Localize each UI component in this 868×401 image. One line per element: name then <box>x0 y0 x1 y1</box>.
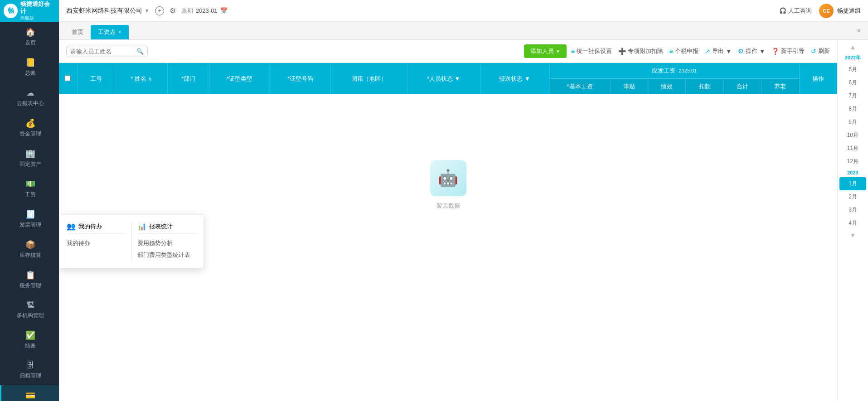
th-base-salary: *基本工资 <box>549 79 610 95</box>
sidebar-item-tax[interactable]: 📋 税务管理 <box>0 265 59 295</box>
newguide-label: 新手引导 <box>781 47 805 55</box>
month-2022-8[interactable]: 8月 <box>838 102 868 116</box>
th-submit-status: 报送状态 ▼ <box>480 63 549 94</box>
popup-todo-item[interactable]: 我的待办 <box>67 237 126 249</box>
company-select[interactable]: 西安虾米网络科技有限公司 ▼ <box>66 7 150 15</box>
add-company-button[interactable]: + <box>155 6 164 15</box>
social-settings-button[interactable]: ≡ 统一社保设置 <box>571 47 612 55</box>
month-2022-5[interactable]: 5月 <box>838 63 868 76</box>
scroll-down-icon[interactable]: ▼ <box>848 230 858 241</box>
period-section: 账期 2023-01 📅 <box>181 7 228 15</box>
operate-button[interactable]: ⚙ 操作 ▼ <box>738 47 765 55</box>
sidebar-item-assets[interactable]: 🏢 固定资产 <box>0 143 59 174</box>
sidebar-item-reports[interactable]: ☁ 云报表中心 <box>0 82 59 113</box>
empty-text: 暂无数据 <box>436 202 460 210</box>
user-name: 畅捷通组 <box>837 7 861 15</box>
newguide-button[interactable]: ❓ 新手引导 <box>771 47 805 55</box>
sidebar: 畅 畅捷通好会计 旗舰版 🏠 首页 📒 总账 ☁ 云报表中心 💰 资金管理 🏢 … <box>0 0 59 401</box>
period-label: 账期 <box>181 7 193 15</box>
refresh-label: 刷新 <box>818 47 830 55</box>
export-icon: ↗ <box>705 48 710 55</box>
payroll-table: 工号 * 姓名 ⇅ *部门 *证型类型 *证型号码 国籍（地区） *人员状态 <box>59 63 837 94</box>
close-panel-button[interactable]: × <box>850 22 868 40</box>
month-2023-3[interactable]: 3月 <box>838 203 868 217</box>
sidebar-item-payroll[interactable]: 💵 工资 <box>0 174 59 204</box>
invoice-icon: 🧾 <box>25 209 35 219</box>
tab-home-label: 首页 <box>72 28 83 36</box>
toolbar: 🔍 添加人员 ▼ ≡ 统一社保设置 ➕ 专项附加扣除 ≡ <box>59 40 837 63</box>
month-2022-9[interactable]: 9月 <box>838 116 868 129</box>
popup-report-icon: 📊 <box>137 222 146 231</box>
th-id: 工号 <box>77 63 115 94</box>
month-2022-12[interactable]: 12月 <box>838 155 868 168</box>
th-person-status: *人员状态 ▼ <box>407 63 480 94</box>
tax-icon: ≡ <box>669 48 673 55</box>
user-section: CE 畅捷通组 <box>819 4 861 18</box>
support-button[interactable]: 🎧 人工咨询 <box>779 7 812 15</box>
month-2023-1[interactable]: 1月 <box>839 177 866 190</box>
search-icon[interactable]: 🔍 <box>136 48 144 55</box>
submit-filter-icon[interactable]: ▼ <box>524 75 530 82</box>
popup-dept-item[interactable]: 部门费用类型统计表 <box>137 249 197 261</box>
add-person-dropdown-icon: ▼ <box>556 49 560 54</box>
th-allowance: 津贴 <box>610 79 648 95</box>
month-2023-2[interactable]: 2月 <box>838 190 868 203</box>
month-2023-4[interactable]: 4月 <box>838 217 868 230</box>
sidebar-item-expense[interactable]: 💳 小畅报销 <box>0 385 59 401</box>
popup-report-title: 报表统计 <box>149 222 173 231</box>
sidebar-item-finance[interactable]: 💰 资金管理 <box>0 113 59 143</box>
toolbar-actions: ≡ 统一社保设置 ➕ 专项附加扣除 ≡ 个税申报 ↗ 导出 ▼ <box>571 47 830 55</box>
month-2022-10[interactable]: 10月 <box>838 129 868 142</box>
person-status-filter-icon[interactable]: ▼ <box>455 75 461 82</box>
tax-report-button[interactable]: ≡ 个税申报 <box>669 47 698 55</box>
popup-menu: 👥 我的待办 我的待办 📊 报表统计 费用趋势分析 部门费用类型统计表 <box>59 214 204 269</box>
tab-home[interactable]: 首页 <box>64 25 91 39</box>
refresh-button[interactable]: ↺ 刷新 <box>811 47 830 55</box>
settings-icon[interactable]: ⚙ <box>170 6 176 15</box>
deduction-label: 专项附加扣除 <box>628 47 663 55</box>
expense-icon: 💳 <box>25 391 35 401</box>
export-button[interactable]: ↗ 导出 ▼ <box>705 47 732 55</box>
sidebar-item-inventory[interactable]: 📦 库存核算 <box>0 234 59 265</box>
popup-todo-icon: 👥 <box>67 222 76 231</box>
deduction-button[interactable]: ➕ 专项附加扣除 <box>618 47 663 55</box>
user-avatar: CE <box>819 4 834 18</box>
th-id-type: *证型类型 <box>209 63 270 94</box>
popup-section2-header: 📊 报表统计 <box>137 222 197 234</box>
sidebar-item-invoice[interactable]: 🧾 发票管理 <box>0 204 59 234</box>
th-deduction: 扣款 <box>686 79 723 95</box>
sidebar-label-inventory: 库存核算 <box>19 251 41 259</box>
sidebar-label-ledger: 总账 <box>25 69 36 77</box>
tab-payroll-close[interactable]: × <box>118 29 121 35</box>
scroll-up-icon[interactable]: ▲ <box>848 42 858 53</box>
top-bar-actions: 🎧 人工咨询 CE 畅捷通组 <box>779 4 861 18</box>
sidebar-item-ledger[interactable]: 📒 总账 <box>0 52 59 82</box>
social-icon: ≡ <box>571 48 575 55</box>
th-operate: 操作 <box>799 63 837 94</box>
tab-payroll[interactable]: 工资表 × <box>91 25 129 39</box>
month-2022-11[interactable]: 11月 <box>838 142 868 155</box>
th-pension: 养老 <box>761 79 799 95</box>
assets-icon: 🏢 <box>25 149 35 159</box>
calendar-icon[interactable]: 📅 <box>220 7 228 14</box>
sidebar-item-archive[interactable]: 🗄 归档管理 <box>0 355 59 385</box>
month-2022-6[interactable]: 6月 <box>838 76 868 89</box>
sidebar-item-home[interactable]: 🏠 首页 <box>0 22 59 52</box>
th-id-number: *证型号码 <box>270 63 331 94</box>
add-person-button[interactable]: 添加人员 ▼ <box>524 44 567 58</box>
sidebar-label-multi: 多机构管理 <box>17 312 44 319</box>
sort-name-icon[interactable]: ⇅ <box>148 77 152 82</box>
sidebar-label-invoice: 发票管理 <box>19 221 41 229</box>
month-2022-7[interactable]: 7月 <box>838 89 868 102</box>
month-panel: ▲ 2022年 5月 6月 7月 8月 9月 10月 11月 12月 2023 … <box>837 40 868 401</box>
popup-trend-item[interactable]: 费用趋势分析 <box>137 237 197 249</box>
search-input[interactable] <box>70 48 134 55</box>
select-all-checkbox[interactable] <box>65 75 71 81</box>
sidebar-item-settle[interactable]: ✅ 结账 <box>0 325 59 355</box>
social-label: 统一社保设置 <box>577 47 612 55</box>
year-2022-label: 2022年 <box>845 53 861 63</box>
sidebar-item-multi[interactable]: 🏗 多机构管理 <box>0 295 59 325</box>
popup-col-2: 📊 报表统计 费用趋势分析 部门费用类型统计表 <box>137 222 197 261</box>
popup-todo-title: 我的待办 <box>78 222 102 231</box>
inventory-icon: 📦 <box>25 240 35 250</box>
